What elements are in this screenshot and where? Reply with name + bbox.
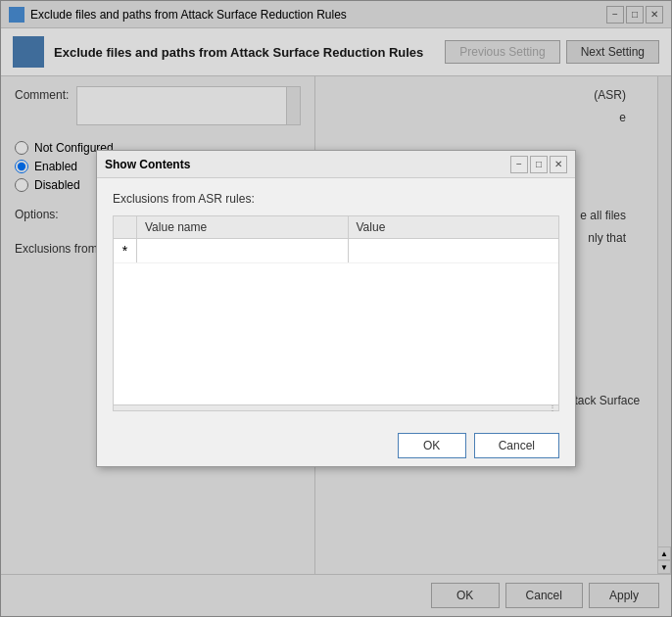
modal-ok-button[interactable]: OK xyxy=(398,433,466,458)
table-header-empty xyxy=(114,216,137,238)
modal-overlay: Show Contents − □ ✕ Exclusions from ASR … xyxy=(0,0,672,617)
modal-title-buttons: − □ ✕ xyxy=(510,156,567,173)
modal-close-button[interactable]: ✕ xyxy=(550,156,567,173)
modal-table-resize-handle[interactable]: ⋮ xyxy=(114,404,558,410)
modal-content: Exclusions from ASR rules: Value name Va… xyxy=(97,178,575,425)
modal-table: Value name Value * ⋮ xyxy=(113,215,559,411)
modal-cancel-button[interactable]: Cancel xyxy=(474,433,559,458)
modal-title: Show Contents xyxy=(105,158,510,171)
table-cell-value[interactable] xyxy=(349,239,559,262)
modal-maximize-button[interactable]: □ xyxy=(530,156,548,173)
modal-title-bar: Show Contents − □ ✕ xyxy=(97,151,575,178)
table-cell-name[interactable] xyxy=(137,239,349,262)
table-header-value: Value xyxy=(349,216,559,238)
modal-minimize-button[interactable]: − xyxy=(510,156,528,173)
modal-table-header: Value name Value xyxy=(114,216,558,239)
table-header-value-name: Value name xyxy=(137,216,349,238)
table-row: * xyxy=(114,239,558,263)
modal-subtitle: Exclusions from ASR rules: xyxy=(113,192,559,206)
show-contents-modal: Show Contents − □ ✕ Exclusions from ASR … xyxy=(96,150,576,467)
resize-icon: ⋮ xyxy=(549,403,556,412)
modal-footer: OK Cancel xyxy=(97,425,575,466)
modal-table-body: * xyxy=(114,239,558,404)
table-cell-bullet: * xyxy=(114,239,137,262)
